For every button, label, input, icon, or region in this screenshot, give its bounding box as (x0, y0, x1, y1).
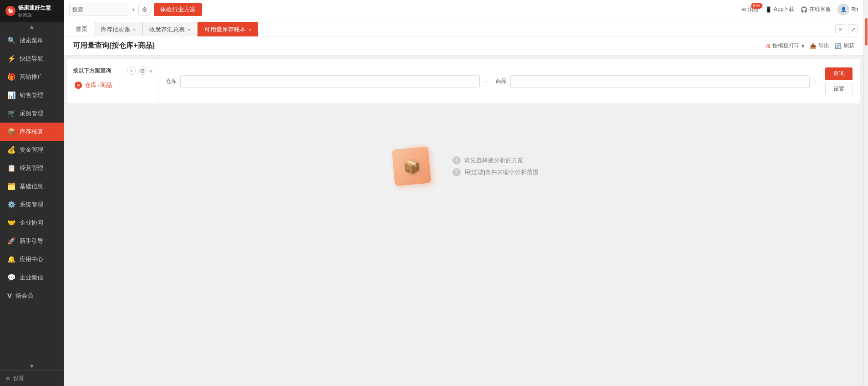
sidebar-item-newbie[interactable]: 🚀 新手引导 (0, 232, 64, 250)
sidebar-item-system[interactable]: ⚙️ 系统管理 (0, 196, 64, 214)
query-button[interactable]: 查询 (825, 67, 853, 80)
online-service-button[interactable]: 🎧 在线客服 (801, 5, 831, 13)
scheme-settings-button[interactable]: ⚙ (138, 67, 147, 75)
sidebar-item-label: 搜索菜单 (20, 36, 43, 45)
refresh-button[interactable]: 🔄 刷新 (835, 42, 854, 50)
scheme-item-warehouse-goods[interactable]: ⚙ 仓库+商品 (67, 77, 158, 93)
sidebar-item-operations[interactable]: 📋 经营管理 (0, 159, 64, 177)
empty-state-content: 📦 1 请先选择要分析的方案 2 用[过滤]条件来缩小分析范围 (389, 144, 538, 189)
print-dropdown-icon[interactable]: ▾ (802, 43, 804, 49)
sidebar-bottom-settings[interactable]: ⚙ 设置 (0, 371, 64, 386)
sidebar-item-inventory[interactable]: 📦 库存核算 (0, 123, 64, 141)
scheme-item-label: 仓库+商品 (85, 81, 112, 89)
app-name: 畅康通好生意 (18, 5, 51, 12)
hint-num-1: 1 (452, 156, 461, 165)
settings-button[interactable]: 设置 (825, 83, 853, 95)
template-print-button[interactable]: 🖨 按模板打印 ▾ (765, 42, 804, 50)
sidebar-item-purchase[interactable]: 🛒 采购管理 (0, 104, 64, 123)
export-button[interactable]: 📤 导出 (810, 42, 829, 50)
online-service-label: 在线客服 (809, 5, 831, 13)
warehouse-filter-input[interactable] (180, 75, 480, 88)
empty-illustration: 📦 (389, 144, 434, 189)
tab-summary-close[interactable]: × (188, 27, 190, 32)
sidebar-item-label: 基础信息 (20, 182, 43, 190)
sidebar-header: 畅 畅康通好生意 标准版 (0, 0, 64, 22)
schemes-title: 按以下方案查询 (73, 67, 125, 75)
refresh-icon: 🔄 (835, 43, 842, 49)
app-version: 标准版 (18, 12, 51, 18)
dropdown-arrow-icon[interactable]: ▾ (132, 6, 135, 13)
warehouse-more-icon[interactable]: ··· (483, 78, 488, 85)
gear-button[interactable]: ⚙ (138, 4, 150, 15)
message-button[interactable]: ✉ 消息 99+ (741, 5, 759, 13)
hint-item-1: 1 请先选择要分析的方案 (452, 156, 538, 165)
system-icon: ⚙️ (7, 201, 16, 209)
query-schemes-header: 按以下方案查询 + ⚙ « (67, 64, 158, 77)
newbie-icon: 🚀 (7, 237, 16, 245)
empty-hints: 1 请先选择要分析的方案 2 用[过滤]条件来缩小分析范围 (452, 156, 538, 176)
sidebar-item-label: 企业微信 (20, 273, 43, 282)
tab-expand-button[interactable]: ⤢ (848, 24, 858, 34)
collapse-button[interactable]: « (149, 67, 152, 74)
operations-icon: 📋 (7, 164, 16, 172)
search-input[interactable] (69, 4, 128, 15)
user-profile-button[interactable]: 👤 Rit (838, 4, 858, 15)
top-bar: ▾ ⚙ 体验行业方案 ✉ 消息 99+ 📱 App下载 🎧 在线客服 � (64, 0, 863, 19)
tab-available[interactable]: 可用量库存账本 × (198, 22, 258, 36)
sidebar-item-search[interactable]: 🔍 搜索菜单 (0, 31, 64, 50)
goods-filter-label: 商品 (496, 77, 507, 85)
sidebar-item-wechat[interactable]: 💬 企业微信 (0, 268, 64, 287)
sidebar-item-label: 快捷导航 (20, 55, 43, 63)
sidebar-item-label: 销售管理 (20, 91, 43, 99)
sidebar-item-enterprise[interactable]: 🤝 企业协同 (0, 214, 64, 232)
sidebar-item-label: 新手引导 (20, 237, 43, 245)
filter-area: 仓库 ··· 商品 ··· 查询 设置 (158, 59, 860, 103)
sidebar-item-label: 系统管理 (20, 201, 43, 209)
empty-box-icon: 📦 (392, 147, 431, 186)
tab-batch-label: 库存批次账 (101, 26, 130, 34)
tab-bar: 首页 库存批次账 × 收发存汇总表 × 可用量库存账本 × × ⤢ (64, 19, 863, 36)
goods-more-icon[interactable]: ··· (813, 78, 818, 85)
page-title: 可用量查询(按仓库+商品) (73, 41, 155, 51)
message-badge: 99+ (751, 3, 762, 9)
inventory-icon: 📦 (7, 128, 16, 136)
finance-icon: 💰 (7, 146, 16, 154)
expand-icon: ⤢ (851, 26, 856, 33)
hint-text-2: 用[过滤]条件来缩小分析范围 (464, 168, 538, 176)
app-download-button[interactable]: 📱 App下载 (765, 5, 794, 13)
tab-available-label: 可用量库存账本 (204, 26, 246, 34)
sidebar-item-label: 应用中心 (20, 255, 43, 263)
sidebar-item-basic[interactable]: 🗂️ 基础信息 (0, 177, 64, 196)
settings-icon: ⚙ (5, 376, 10, 382)
sidebar-item-label: 畅会员 (15, 292, 33, 300)
content-area: 可用量查询(按仓库+商品) 🖨 按模板打印 ▾ 📤 导出 🔄 刷新 (64, 36, 863, 386)
tab-batch-close[interactable]: × (133, 27, 136, 32)
sidebar-item-label: 采购管理 (20, 109, 43, 118)
tab-home[interactable]: 首页 (69, 22, 94, 36)
sidebar-item-sales[interactable]: 📊 销售管理 (0, 86, 64, 104)
right-scrollbar[interactable] (863, 0, 868, 386)
sidebar-scroll-up[interactable]: ▲ (0, 22, 64, 31)
query-schemes: 按以下方案查询 + ⚙ « ⚙ 仓库+商品 (67, 59, 158, 103)
goods-filter-input[interactable] (510, 75, 810, 88)
wechat-icon: 💬 (7, 273, 16, 282)
hint-item-2: 2 用[过滤]条件来缩小分析范围 (452, 168, 538, 176)
tab-close-all-button[interactable]: × (835, 24, 845, 34)
basic-icon: 🗂️ (7, 182, 16, 190)
sidebar-scroll-down[interactable]: ▼ (0, 361, 64, 371)
tab-available-close[interactable]: × (249, 27, 251, 32)
sidebar-item-appstore[interactable]: 🔔 应用中心 (0, 250, 64, 268)
marketing-icon: 🎁 (7, 73, 16, 81)
hint-num-2: 2 (452, 168, 461, 176)
add-scheme-button[interactable]: + (127, 67, 136, 75)
sidebar-item-marketing[interactable]: 🎁 营销推广 (0, 68, 64, 86)
tab-bar-end: × ⤢ (835, 24, 858, 36)
page-header-actions: 🖨 按模板打印 ▾ 📤 导出 🔄 刷新 (765, 42, 854, 50)
sidebar-item-finance[interactable]: 💰 资金管理 (0, 141, 64, 159)
tab-batch[interactable]: 库存批次账 × (94, 22, 142, 36)
solution-button[interactable]: 体验行业方案 (154, 3, 202, 16)
sidebar-item-shortcut[interactable]: ⚡ 快捷导航 (0, 50, 64, 68)
sidebar-bottom-label: 设置 (13, 375, 24, 382)
sidebar-item-member[interactable]: V 畅会员 (0, 287, 64, 305)
tab-summary[interactable]: 收发存汇总表 × (142, 22, 197, 36)
